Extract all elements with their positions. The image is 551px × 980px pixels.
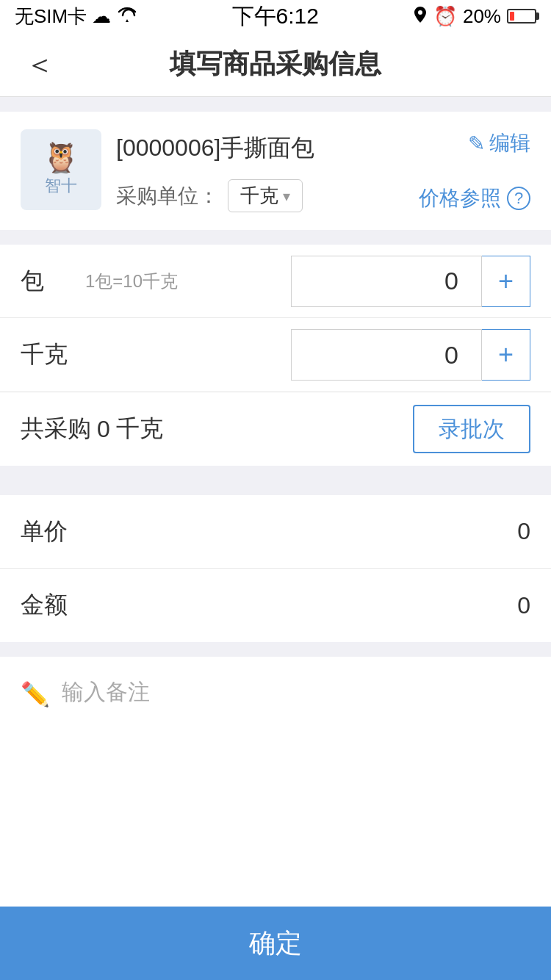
kg-label: 千克	[21, 339, 79, 371]
unit-price-value: 0	[517, 518, 530, 545]
battery-percent: 20%	[463, 5, 501, 28]
edit-label: 编辑	[489, 129, 530, 157]
total-row: 共采购 0 千克 录批次	[0, 392, 551, 466]
total-section: 共采购 0 千克 录批次	[0, 392, 551, 466]
location-icon	[413, 5, 428, 28]
product-card: 🦉 智十 [0000006]手撕面包 采购单位： 千克 ▾ ✎ 编辑 价格参照 …	[0, 112, 551, 230]
divider-2	[0, 466, 551, 480]
unit-value: 千克	[240, 183, 278, 209]
amount-row: 金额 0	[0, 569, 551, 642]
unit-price-row: 单价 0	[0, 495, 551, 569]
bag-sublabel: 1包=10千克	[85, 270, 178, 293]
kg-plus-button[interactable]: +	[482, 329, 530, 381]
price-section: 单价 0 金额 0	[0, 495, 551, 642]
divider-1	[0, 230, 551, 245]
batch-button[interactable]: 录批次	[413, 405, 530, 453]
pencil-icon: ✏️	[21, 680, 50, 708]
unit-price-label: 单价	[21, 516, 68, 548]
bag-label: 包	[21, 265, 79, 298]
battery-icon	[507, 9, 536, 24]
bag-input-row: 包 1包=10千克 +	[0, 245, 551, 318]
bag-plus-button[interactable]: +	[482, 256, 530, 307]
status-time: 下午6:12	[232, 1, 319, 32]
no-sim-label: 无SIM卡 ☁	[15, 4, 111, 29]
nav-bar: ＜ 填写商品采购信息	[0, 32, 551, 97]
status-bar: 无SIM卡 ☁ 下午6:12 ⏰ 20%	[0, 0, 551, 32]
notes-placeholder: 输入备注	[62, 677, 150, 707]
price-ref-label: 价格参照	[419, 184, 501, 212]
page-title: 填写商品采购信息	[170, 46, 381, 82]
bag-input[interactable]	[291, 256, 482, 307]
edit-button[interactable]: ✎ 编辑	[468, 129, 530, 157]
alarm-icon: ⏰	[433, 5, 457, 28]
unit-select[interactable]: 千克 ▾	[228, 179, 303, 212]
status-right: ⏰ 20%	[413, 5, 536, 28]
price-ref-button[interactable]: 价格参照 ?	[419, 184, 530, 212]
kg-input-row: 千克 +	[0, 318, 551, 392]
help-icon[interactable]: ?	[507, 187, 530, 210]
status-left: 无SIM卡 ☁	[15, 4, 137, 29]
input-section: 包 1包=10千克 + 千克 +	[0, 245, 551, 392]
kg-input[interactable]	[291, 329, 482, 381]
product-logo: 🦉	[43, 143, 79, 172]
total-unit: 千克	[116, 413, 163, 445]
dropdown-arrow-icon: ▾	[283, 187, 290, 205]
brand-label: 智十	[45, 175, 77, 197]
product-thumbnail: 🦉 智十	[21, 129, 101, 210]
edit-icon: ✎	[468, 131, 485, 156]
wifi-icon	[117, 5, 137, 28]
back-button[interactable]: ＜	[18, 37, 62, 92]
amount-value: 0	[517, 592, 530, 619]
confirm-button[interactable]: 确定	[0, 907, 551, 980]
purchase-unit-label: 采购单位：	[116, 182, 219, 210]
amount-label: 金额	[21, 589, 68, 621]
total-prefix: 共采购	[21, 413, 91, 445]
total-value: 0	[97, 416, 110, 443]
